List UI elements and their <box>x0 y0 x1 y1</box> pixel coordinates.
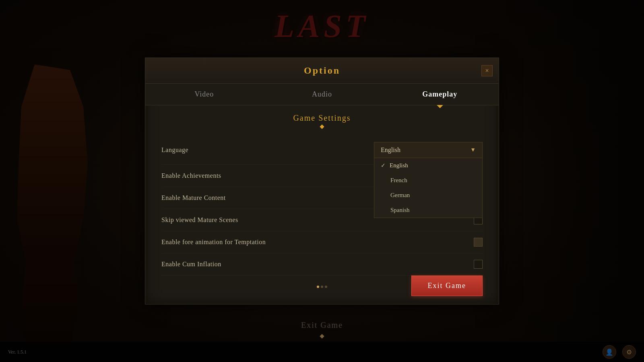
modal-title: Option <box>304 65 340 76</box>
language-dropdown: English ▼ ✓ English French German <box>374 142 483 158</box>
exit-game-button[interactable]: Exit Game <box>411 276 483 296</box>
language-setting-row: Language English ▼ ✓ English French <box>161 136 483 165</box>
cum-inflation-checkbox[interactable] <box>474 260 483 269</box>
tab-gameplay[interactable]: Gameplay <box>381 84 499 105</box>
language-option-german-label: German <box>390 192 410 199</box>
language-option-english-label: English <box>390 162 408 169</box>
dot-3 <box>325 286 327 288</box>
fore-animation-label: Enable fore animation for Temptation <box>161 239 266 246</box>
language-option-english[interactable]: ✓ English <box>374 158 482 173</box>
dot-1 <box>317 286 319 288</box>
tab-audio[interactable]: Audio <box>263 84 381 105</box>
modal-header: Option × <box>145 58 499 84</box>
mature-content-label: Enable Mature Content <box>161 194 226 202</box>
language-option-spanish-label: Spanish <box>390 207 410 214</box>
fore-animation-checkbox[interactable] <box>474 238 483 247</box>
fore-animation-setting-row: Enable fore animation for Temptation <box>161 231 483 253</box>
language-selected-value: English <box>381 146 400 154</box>
language-option-spanish[interactable]: Spanish <box>374 203 482 218</box>
cum-inflation-label: Enable Cum Inflation <box>161 261 221 268</box>
section-heading: Game Settings <box>145 105 499 132</box>
language-option-french[interactable]: French <box>374 173 482 188</box>
section-title: Game Settings <box>145 113 499 123</box>
language-option-german[interactable]: German <box>374 188 482 203</box>
dot-2 <box>321 286 323 288</box>
skip-mature-label: Skip viewed Mature Scenes <box>161 216 238 224</box>
check-icon: ✓ <box>381 162 386 169</box>
tab-video[interactable]: Video <box>145 84 263 105</box>
language-dropdown-menu: ✓ English French German Spanish <box>374 158 483 218</box>
cum-inflation-setting-row: Enable Cum Inflation <box>161 253 483 276</box>
settings-list: Language English ▼ ✓ English French <box>145 132 499 280</box>
chevron-down-icon: ▼ <box>470 147 476 153</box>
tab-bar: Video Audio Gameplay <box>145 84 499 105</box>
language-select-button[interactable]: English ▼ <box>374 142 483 158</box>
language-label: Language <box>161 146 188 154</box>
achievements-label: Enable Achievements <box>161 172 221 179</box>
language-option-french-label: French <box>390 177 407 184</box>
modal-overlay: Option × Video Audio Gameplay Game Setti… <box>0 0 644 362</box>
section-diamond-decoration <box>320 124 324 129</box>
options-modal: Option × Video Audio Gameplay Game Setti… <box>145 58 499 304</box>
close-button[interactable]: × <box>481 65 493 76</box>
